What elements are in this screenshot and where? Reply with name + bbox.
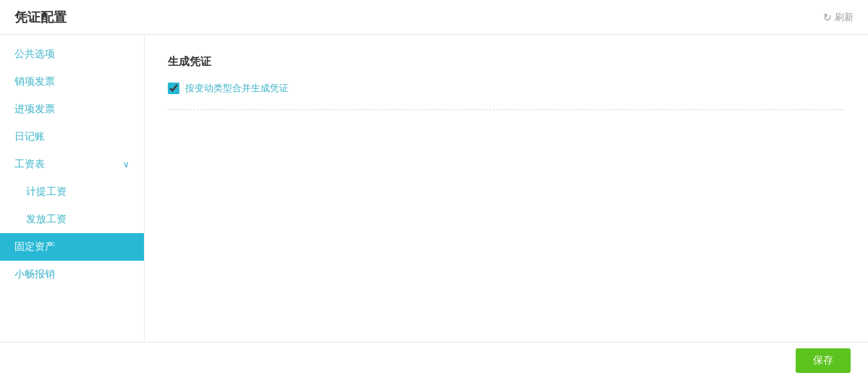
sidebar-item-label: 计提工资 <box>26 185 67 197</box>
sidebar-item-distribute-payroll[interactable]: 发放工资 <box>0 206 144 233</box>
page-footer: 保存 <box>0 342 868 378</box>
page-title: 凭证配置 <box>14 9 67 26</box>
refresh-button[interactable]: ↻ 刷新 <box>823 11 854 24</box>
sidebar-item-journal[interactable]: 日记账 <box>0 123 144 151</box>
merge-by-type-checkbox[interactable] <box>168 83 179 94</box>
sidebar-item-calc-payroll[interactable]: 计提工资 <box>0 178 144 206</box>
sidebar-item-expense[interactable]: 小畅报销 <box>0 261 144 288</box>
sidebar-item-sales-invoice[interactable]: 销项发票 <box>0 68 144 96</box>
sidebar-item-label: 小畅报销 <box>14 268 55 281</box>
sidebar-item-fixed-assets[interactable]: 固定资产 <box>0 233 144 261</box>
chevron-down-icon: ∨ <box>123 159 129 169</box>
sidebar-item-purchase-invoice[interactable]: 进项发票 <box>0 96 144 123</box>
content-area: 生成凭证 按变动类型合并生成凭证 <box>145 35 868 342</box>
sidebar-item-label: 日记账 <box>14 130 45 143</box>
sidebar: 公共选项 销项发票 进项发票 日记账 工资表 ∨ 计提工资 发放工资 固定资产 … <box>0 35 145 342</box>
refresh-label: 刷新 <box>835 11 854 24</box>
sidebar-item-label: 销项发票 <box>14 75 55 88</box>
main-layout: 公共选项 销项发票 进项发票 日记账 工资表 ∨ 计提工资 发放工资 固定资产 … <box>0 35 868 342</box>
section-title: 生成凭证 <box>168 55 845 69</box>
checkbox-row: 按变动类型合并生成凭证 <box>168 82 845 95</box>
merge-by-type-label[interactable]: 按变动类型合并生成凭证 <box>185 82 289 95</box>
sidebar-item-label: 发放工资 <box>26 213 67 224</box>
sidebar-item-label: 工资表 <box>14 158 45 171</box>
sidebar-item-payroll[interactable]: 工资表 ∨ <box>0 151 144 178</box>
sidebar-item-public[interactable]: 公共选项 <box>0 41 144 68</box>
save-button[interactable]: 保存 <box>796 348 851 373</box>
sidebar-item-label: 进项发票 <box>14 103 55 116</box>
sidebar-item-label: 固定资产 <box>14 240 55 253</box>
refresh-icon: ↻ <box>823 12 832 23</box>
sidebar-item-label: 公共选项 <box>14 48 55 61</box>
section-divider <box>168 109 845 110</box>
page-header: 凭证配置 ↻ 刷新 <box>0 0 868 35</box>
